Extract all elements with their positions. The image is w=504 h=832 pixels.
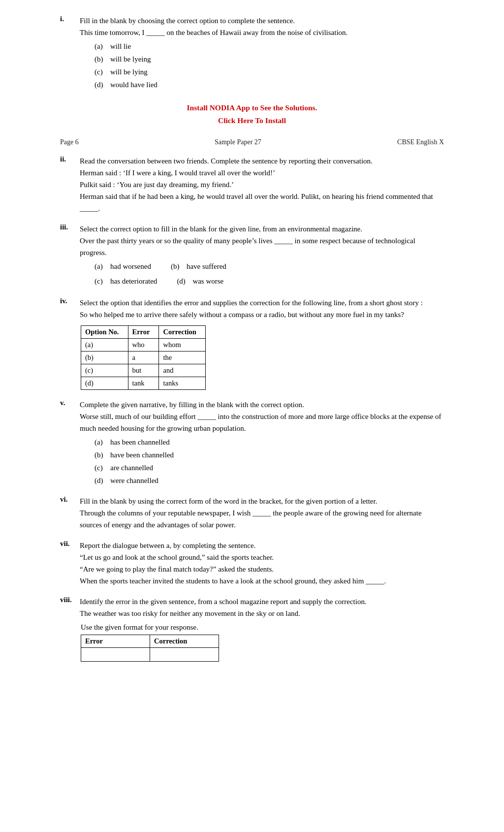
footer-left: Page 6: [60, 138, 79, 146]
option-i-d: (d) would have lied: [94, 79, 444, 91]
cta-box[interactable]: Install NODIA App to See the Solutions. …: [60, 101, 444, 128]
footer-right: CBSE English X: [397, 138, 444, 146]
option-v-b: (b) have been channelled: [94, 449, 444, 461]
q-instruction-vi: Fill in the blank by using the correct f…: [80, 497, 377, 505]
q-text-vi: Fill in the blank by using the correct f…: [80, 495, 444, 531]
q-text-iii: Select the correct option to fill in the…: [80, 223, 444, 258]
q-text-vii: Report the dialogue between a, by comple…: [80, 540, 444, 587]
q-num-v: v.: [60, 399, 75, 434]
options-iii: (a) had worsened (b) have suffered: [94, 260, 444, 273]
question-iii: iii. Select the correct option to fill i…: [60, 223, 444, 288]
table-row: (d) tank tanks: [81, 377, 206, 389]
q-instruction-i: Fill in the blank by choosing the correc…: [80, 17, 295, 25]
q-sentence-iii: Over the past thirty years or so the qua…: [80, 237, 415, 256]
q-instruction-viii: Identify the error in the given sentence…: [80, 598, 367, 606]
q-sentence-i: This time tomorrow, I _____ on the beach…: [80, 29, 347, 36]
question-ii: ii. Read the conversation between two fr…: [60, 155, 444, 214]
q-reporting: Herman said that if he had been a king, …: [80, 192, 433, 212]
q-instruction-ii: Read the conversation between two friend…: [80, 157, 373, 165]
format-text: Use the given format for your response.: [81, 623, 444, 632]
q-instruction-v: Complete the given narrative, by filling…: [80, 401, 304, 409]
q-vii-line2: “Are we going to play the final match to…: [80, 565, 274, 573]
table-row-empty: [81, 647, 219, 661]
option-v-c: (c) are channelled: [94, 462, 444, 474]
q-sentence-vi: Through the columns of your reputable ne…: [80, 509, 422, 529]
q-conv-1: Herman said : ‘If I were a king, I would…: [80, 169, 275, 177]
question-viii: viii. Identify the error in the given se…: [60, 596, 444, 662]
q-num-vi: vi.: [60, 495, 75, 531]
table-row: (c) but and: [81, 364, 206, 377]
page-footer: Page 6 Sample Paper 27 CBSE English X: [60, 138, 444, 146]
option-i-a: (a) will lie: [94, 40, 444, 52]
q-text-v: Complete the given narrative, by filling…: [80, 399, 444, 434]
q-conv-2: Pulkit said : ‘You are just day dreaming…: [80, 181, 234, 189]
table-iv: Option No. Error Correction (a) who whom…: [81, 325, 444, 390]
q-text-ii: Read the conversation between two friend…: [80, 155, 444, 214]
col-correction-viii: Correction: [150, 635, 219, 647]
option-i-b: (b) will be lyeing: [94, 53, 444, 65]
q-instruction-vii: Report the dialogue between a, by comple…: [80, 542, 255, 549]
options-i: (a) will lie (b) will be lyeing (c) will…: [94, 40, 444, 91]
q-vii-line1: “Let us go and look at the school ground…: [80, 553, 274, 561]
table-row: (a) who whom: [81, 338, 206, 351]
table-row: (b) a the: [81, 351, 206, 364]
q-instruction-iv: Select the option that identifies the er…: [80, 299, 423, 307]
question-i: i. Fill in the blank by choosing the cor…: [60, 15, 444, 91]
q-sentence-viii: The weather was too risky for neither an…: [80, 609, 300, 617]
q-sentence-v: Worse still, much of our building effort…: [80, 413, 441, 432]
option-iii-b: (b) have suffered: [171, 260, 226, 272]
q-text-i: Fill in the blank by choosing the correc…: [80, 15, 444, 38]
footer-center: Sample Paper 27: [215, 138, 261, 146]
q-text-viii: Identify the error in the given sentence…: [80, 596, 444, 619]
col-header-error: Error: [128, 325, 159, 338]
options-iii-row2: (c) has deteriorated (d) was worse: [94, 275, 444, 288]
q-num-iv: iv.: [60, 297, 75, 320]
q-num-vii: vii.: [60, 540, 75, 587]
option-iii-a: (a) had worsened: [94, 260, 151, 272]
cta-text[interactable]: Install NODIA App to See the Solutions. …: [60, 101, 444, 128]
cta-line2: Click Here To Install: [60, 114, 444, 127]
q-sentence-iv: So who helped me to arrive there safely …: [80, 311, 404, 319]
options-v: (a) has been channelled (b) have been ch…: [94, 436, 444, 486]
option-iii-c: (c) has deteriorated: [94, 275, 157, 287]
question-v: v. Complete the given narrative, by fill…: [60, 399, 444, 486]
q-text-iv: Select the option that identifies the er…: [80, 297, 444, 320]
q-num-ii: ii.: [60, 155, 75, 214]
question-vii: vii. Report the dialogue between a, by c…: [60, 540, 444, 587]
format-note-viii: Use the given format for your response. …: [81, 623, 444, 662]
q-num-i: i.: [60, 15, 75, 38]
q-vii-line3: When the sports teacher invited the stud…: [80, 577, 386, 585]
q-num-viii: viii.: [60, 596, 75, 619]
option-v-d: (d) were channelled: [94, 475, 444, 486]
error-correction-table-iv: Option No. Error Correction (a) who whom…: [81, 325, 206, 390]
cta-line1: Install NODIA App to See the Solutions.: [60, 101, 444, 114]
question-vi: vi. Fill in the blank by using the corre…: [60, 495, 444, 531]
option-v-a: (a) has been channelled: [94, 436, 444, 448]
col-header-option: Option No.: [81, 325, 128, 338]
col-header-correction: Correction: [159, 325, 205, 338]
question-iv: iv. Select the option that identifies th…: [60, 297, 444, 390]
col-error-viii: Error: [81, 635, 150, 647]
error-correction-table-viii: Error Correction: [81, 635, 219, 662]
q-num-iii: iii.: [60, 223, 75, 258]
option-iii-d: (d) was worse: [177, 275, 223, 287]
q-instruction-iii: Select the correct option to fill in the…: [80, 225, 362, 233]
option-i-c: (c) will be lying: [94, 66, 444, 78]
